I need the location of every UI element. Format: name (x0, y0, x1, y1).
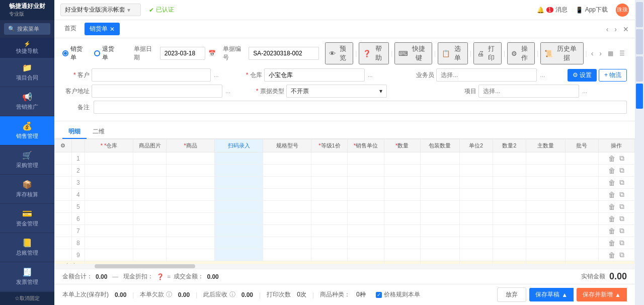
row-warehouse[interactable] (85, 237, 133, 249)
row-qty2[interactable] (493, 213, 526, 225)
row-spec[interactable] (263, 201, 311, 213)
warehouse-input[interactable] (264, 68, 365, 82)
unpin-button[interactable]: ☆取消固定 (0, 292, 54, 305)
row-delete-button[interactable]: 🗑 (607, 239, 616, 247)
logistics-button[interactable]: + 物流 (599, 69, 627, 82)
row-product[interactable] (167, 237, 215, 249)
row-delete-button[interactable]: 🗑 (607, 154, 616, 163)
row-qty[interactable] (384, 213, 420, 225)
row-spec[interactable] (263, 213, 311, 225)
row-grade[interactable] (311, 165, 348, 177)
row-warehouse[interactable] (85, 165, 133, 177)
customer-input[interactable] (92, 68, 211, 82)
number-input[interactable] (249, 47, 319, 60)
horizontal-scrollbar[interactable] (54, 264, 635, 269)
operate-button[interactable]: ⚙ 操作 (507, 42, 535, 64)
row-main-qty[interactable] (526, 213, 565, 225)
row-batch-input[interactable] (215, 213, 263, 225)
tab-prev-button[interactable]: ‹ (604, 24, 611, 34)
save-draft-button[interactable]: 保存草稿 ▲ (529, 288, 574, 301)
row-delete-button[interactable]: 🗑 (607, 190, 616, 199)
user-avatar[interactable]: 珠珠 (616, 4, 629, 17)
tab-detail[interactable]: 明细 (62, 125, 87, 139)
right-panel-btn-3[interactable] (636, 56, 643, 82)
row-unit[interactable] (348, 177, 384, 189)
row-qty[interactable] (384, 201, 420, 213)
row-product[interactable] (167, 225, 215, 237)
row-qty2[interactable] (493, 189, 526, 201)
staff-dots[interactable]: ... (540, 71, 545, 79)
app-download-button[interactable]: 📱 App下载 (576, 6, 608, 14)
row-copy-button[interactable]: ⧉ (618, 190, 625, 199)
row-grade[interactable] (311, 201, 348, 213)
sidebar-item-inventory[interactable]: 📦 库存核算 (0, 175, 54, 204)
row-unit[interactable] (348, 249, 384, 261)
row-grade[interactable] (311, 152, 348, 165)
tab-close-button[interactable]: ✕ (621, 24, 631, 34)
row-spec[interactable] (263, 165, 311, 177)
row-grade[interactable] (311, 237, 348, 249)
row-copy-button[interactable]: ⧉ (618, 154, 625, 163)
row-warehouse[interactable] (85, 177, 133, 189)
row-qty2[interactable] (493, 177, 526, 189)
row-unit2[interactable] (459, 152, 493, 165)
row-qty2[interactable] (493, 237, 526, 249)
sidebar-item-capital[interactable]: 💳 资金管理 (0, 204, 54, 233)
row-product[interactable] (167, 189, 215, 201)
project-dots[interactable]: ... (582, 88, 587, 95)
row-batch[interactable] (565, 201, 598, 213)
preview-button[interactable]: 👁 预览 (325, 42, 353, 64)
row-qty[interactable] (384, 189, 420, 201)
row-batch[interactable] (565, 225, 598, 237)
row-copy-button[interactable]: ⧉ (618, 239, 625, 247)
row-unit2[interactable] (459, 249, 493, 261)
row-pkg[interactable] (420, 189, 459, 201)
row-spec[interactable] (263, 249, 311, 261)
table-scroll[interactable]: ⚙ *仓库 商品图片 *商品 扫码录入 规格型号 (54, 139, 635, 264)
row-warehouse[interactable] (85, 201, 133, 213)
row-grade[interactable] (311, 177, 348, 189)
address-dots[interactable]: ... (225, 88, 230, 95)
right-panel-btn-1[interactable] (636, 2, 643, 27)
row-grade[interactable] (311, 189, 348, 201)
row-pkg[interactable] (420, 201, 459, 213)
row-batch[interactable] (565, 177, 598, 189)
row-pkg[interactable] (420, 237, 459, 249)
row-unit2[interactable] (459, 213, 493, 225)
row-batch[interactable] (565, 213, 598, 225)
row-copy-button[interactable]: ⧉ (618, 178, 625, 187)
project-input[interactable] (478, 85, 579, 98)
col-settings[interactable]: ⚙ (55, 139, 72, 152)
row-batch[interactable] (565, 152, 598, 165)
help-button[interactable]: ❓ 帮助 (359, 42, 389, 64)
row-main-qty[interactable] (526, 165, 565, 177)
row-qty[interactable] (384, 177, 420, 189)
view-grid-button[interactable]: ▦ (606, 49, 615, 58)
right-panel-btn-2[interactable] (636, 29, 643, 54)
select-button[interactable]: 📋 选单 (438, 42, 468, 64)
row-batch-input[interactable] (215, 177, 263, 189)
row-copy-button[interactable]: ⧉ (618, 251, 625, 259)
row-product[interactable] (167, 249, 215, 261)
row-spec[interactable] (263, 177, 311, 189)
sidebar-item-general[interactable]: 📒 总账管理 (0, 233, 54, 262)
row-product[interactable] (167, 201, 215, 213)
radio-return[interactable]: 退货单 (94, 45, 120, 62)
row-product[interactable] (167, 177, 215, 189)
row-batch-input[interactable] (215, 165, 263, 177)
row-delete-button[interactable]: 🗑 (607, 178, 616, 187)
row-delete-button[interactable]: 🗑 (607, 251, 616, 259)
row-batch-input[interactable] (215, 189, 263, 201)
row-warehouse[interactable] (85, 152, 133, 165)
address-input[interactable] (92, 85, 222, 98)
row-grade[interactable] (311, 249, 348, 261)
row-qty[interactable] (384, 249, 420, 261)
tab-2d[interactable]: 二维 (87, 125, 111, 139)
tab-sales-order[interactable]: 销货单 ✕ (85, 23, 120, 35)
quick-nav-button[interactable]: ⚡ 快捷导航 (0, 38, 54, 58)
row-delete-button[interactable]: 🗑 (607, 214, 616, 223)
row-unit2[interactable] (459, 201, 493, 213)
calendar-icon[interactable]: 📅 (208, 50, 216, 57)
customer-dots[interactable]: ... (214, 71, 219, 79)
row-pkg[interactable] (420, 225, 459, 237)
